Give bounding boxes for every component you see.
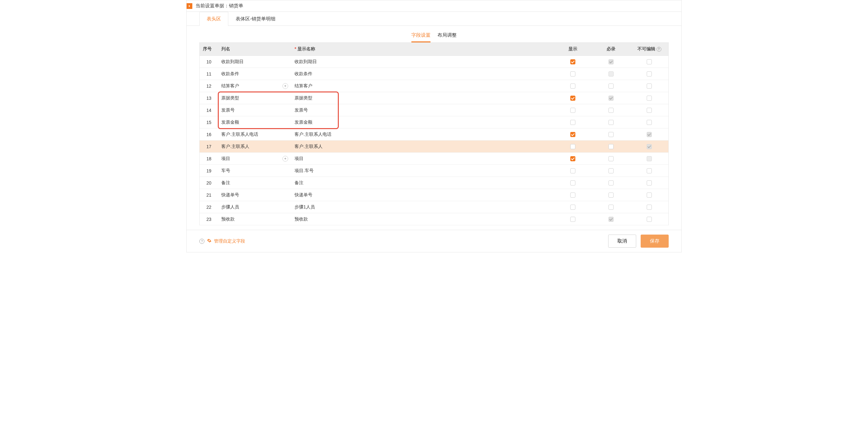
show-checkbox[interactable]	[570, 72, 576, 77]
required-checkbox[interactable]	[609, 108, 614, 113]
sub-tab-0[interactable]: 字段设置	[411, 30, 431, 42]
main-tab-0[interactable]: 表头区	[199, 12, 228, 26]
collapse-sidebar-button[interactable]	[187, 3, 192, 9]
table-row[interactable]: 16客户.主联系人电话客户.主联系人电话	[199, 128, 669, 141]
required-checkbox[interactable]	[609, 84, 614, 89]
table-row[interactable]: 13票据类型票据类型	[199, 92, 669, 104]
row-colname: 收款到期日	[221, 59, 244, 65]
required-checkbox[interactable]	[609, 144, 614, 149]
row-required-cell	[592, 204, 630, 210]
row-display-name[interactable]: 收款到期日	[291, 59, 554, 65]
main-tabs-wrap: 表头区表体区-销货单明细	[187, 12, 681, 26]
show-checkbox[interactable]	[570, 84, 576, 89]
table-row[interactable]: 20备注备注	[199, 177, 669, 189]
required-checkbox[interactable]	[609, 205, 614, 210]
show-checkbox[interactable]	[570, 108, 576, 113]
required-checkbox[interactable]	[609, 120, 614, 125]
question-icon[interactable]: ?	[199, 239, 205, 244]
save-button[interactable]: 保存	[641, 235, 669, 248]
col-show: 显示	[554, 46, 592, 52]
readonly-checkbox[interactable]	[647, 84, 652, 89]
readonly-checkbox[interactable]	[647, 120, 652, 125]
readonly-checkbox	[647, 144, 652, 149]
table-row[interactable]: 18项目+项目	[199, 153, 669, 165]
show-checkbox[interactable]	[570, 217, 576, 222]
table-row[interactable]: 11收款条件收款条件	[199, 68, 669, 80]
readonly-checkbox[interactable]	[647, 168, 652, 173]
readonly-checkbox[interactable]	[647, 108, 652, 113]
row-show-cell	[554, 168, 592, 173]
show-checkbox[interactable]	[570, 96, 576, 101]
table-row[interactable]: 14发票号发票号	[199, 104, 669, 116]
table-row[interactable]: 21快递单号快递单号	[199, 189, 669, 201]
row-seq: 18	[199, 156, 218, 161]
required-checkbox[interactable]	[609, 156, 614, 161]
row-display-name[interactable]: 预收款	[291, 217, 554, 222]
readonly-checkbox[interactable]	[647, 217, 652, 222]
readonly-checkbox[interactable]	[647, 193, 652, 198]
row-display-name[interactable]: 客户.主联系人	[291, 144, 554, 149]
show-checkbox[interactable]	[570, 120, 576, 125]
add-child-button[interactable]: +	[282, 156, 288, 162]
chevron-right-icon	[188, 4, 191, 8]
table-row[interactable]: 23预收款预收款	[199, 213, 669, 225]
row-display-name[interactable]: 快递单号	[291, 192, 554, 198]
sub-tab-1[interactable]: 布局调整	[437, 30, 457, 42]
row-readonly-cell	[630, 204, 669, 210]
required-checkbox[interactable]	[609, 193, 614, 198]
row-display-name[interactable]: 票据类型	[291, 95, 554, 101]
show-checkbox[interactable]	[570, 144, 576, 149]
row-show-cell	[554, 119, 592, 125]
row-display-name[interactable]: 项目	[291, 156, 554, 162]
row-display-name[interactable]: 收款条件	[291, 71, 554, 77]
cancel-button[interactable]: 取消	[608, 235, 636, 248]
col-seq: 序号	[199, 46, 218, 52]
row-display-name[interactable]: 发票号	[291, 107, 554, 113]
row-show-cell	[554, 132, 592, 137]
readonly-checkbox[interactable]	[647, 180, 652, 185]
show-checkbox[interactable]	[570, 168, 576, 173]
row-seq: 11	[199, 72, 218, 77]
row-colname: 预收款	[221, 217, 235, 222]
show-checkbox[interactable]	[570, 156, 576, 161]
readonly-checkbox[interactable]	[647, 72, 652, 77]
row-display-name[interactable]: 客户.主联系人电话	[291, 132, 554, 137]
show-checkbox[interactable]	[570, 193, 576, 198]
row-display-name[interactable]: 项目.车号	[291, 168, 554, 174]
row-colname: 客户.主联系人	[221, 144, 249, 149]
show-checkbox[interactable]	[570, 132, 576, 137]
required-checkbox[interactable]	[609, 180, 614, 185]
readonly-checkbox[interactable]	[647, 96, 652, 101]
topbar: 当前设置单据：销货单	[187, 0, 681, 12]
show-checkbox[interactable]	[570, 59, 576, 64]
row-display-name[interactable]: 结算客户	[291, 83, 554, 89]
row-show-cell	[554, 59, 592, 64]
row-colname-cell: 收款条件	[218, 71, 291, 77]
show-checkbox[interactable]	[570, 205, 576, 210]
table-row[interactable]: 10收款到期日收款到期日	[199, 56, 669, 68]
table-row[interactable]: 12结算客户+结算客户	[199, 80, 669, 92]
row-display-name[interactable]: 步骤1人员	[291, 204, 554, 210]
manage-custom-fields-link[interactable]: 管理自定义字段	[214, 238, 245, 244]
help-icon[interactable]: ?	[657, 47, 661, 52]
required-checkbox[interactable]	[609, 168, 614, 173]
row-colname: 票据类型	[221, 95, 239, 101]
row-display-name[interactable]: 备注	[291, 180, 554, 186]
required-checkbox	[609, 59, 614, 64]
required-checkbox[interactable]	[609, 132, 614, 137]
readonly-checkbox[interactable]	[647, 59, 652, 64]
row-show-cell	[554, 71, 592, 77]
table-row[interactable]: 19车号项目.车号	[199, 165, 669, 177]
table-row[interactable]: 15发票金额发票金额	[199, 116, 669, 128]
row-colname-cell: 车号	[218, 168, 291, 174]
readonly-checkbox[interactable]	[647, 205, 652, 210]
row-colname: 备注	[221, 180, 230, 186]
main-tab-1[interactable]: 表体区-销货单明细	[228, 12, 283, 26]
table-row[interactable]: 17客户.主联系人客户.主联系人	[199, 141, 669, 153]
row-display-name[interactable]: 发票金额	[291, 119, 554, 125]
row-readonly-cell	[630, 168, 669, 173]
row-colname: 结算客户	[221, 83, 239, 89]
add-child-button[interactable]: +	[282, 83, 288, 89]
table-row[interactable]: 22步骤人员步骤1人员	[199, 201, 669, 213]
show-checkbox[interactable]	[570, 180, 576, 185]
